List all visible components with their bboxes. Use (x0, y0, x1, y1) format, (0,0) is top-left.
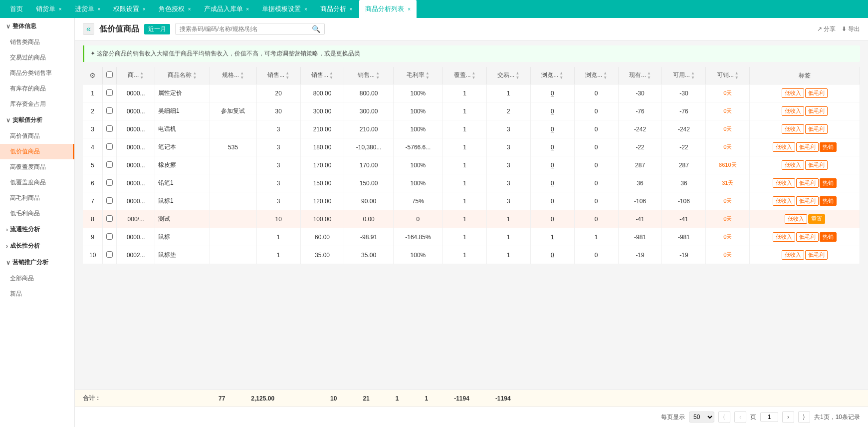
sidebar-item-商品分类销售率[interactable]: 商品分类销售率 (0, 65, 74, 81)
sidebar-item-有库存的商品[interactable]: 有库存的商品 (0, 81, 74, 96)
sidebar-item-低毛利商品[interactable]: 低毛利商品 (0, 206, 74, 221)
col-header-margin[interactable]: 毛利率▲▼ (393, 67, 442, 84)
row-views1[interactable]: 0 (530, 192, 574, 210)
col-header-profit[interactable]: 销售...▲▼ (344, 67, 393, 84)
sidebar-item-低价值商品[interactable]: 低价值商品 (0, 144, 74, 159)
row-views1[interactable]: 0 (530, 210, 574, 228)
nav-item-单据模板设置[interactable]: 单据模板设置 × (256, 0, 313, 18)
row-checkbox[interactable] (103, 210, 117, 228)
col-header-views2[interactable]: 浏览...▲▼ (574, 67, 618, 84)
nav-item-商品分析列表[interactable]: 商品分析列表 × (359, 0, 417, 18)
nav-close-icon[interactable]: × (96, 6, 101, 12)
row-views1[interactable]: 0 (530, 138, 574, 156)
select-all-checkbox[interactable] (106, 71, 113, 78)
sidebar-item-高覆盖度商品[interactable]: 高覆盖度商品 (0, 159, 74, 175)
row-coverage: 1 (443, 192, 487, 210)
sidebar-group-整体信息[interactable]: ∨整体信息 (0, 18, 74, 34)
sidebar-item-高毛利商品[interactable]: 高毛利商品 (0, 190, 74, 206)
nav-close-icon[interactable]: × (245, 6, 249, 12)
search-input[interactable] (180, 25, 309, 32)
row-views1[interactable]: 1 (530, 228, 574, 246)
row-views1[interactable]: 0 (530, 246, 574, 264)
sidebar-item-库存资金占用[interactable]: 库存资金占用 (0, 96, 74, 112)
col-header-coverage[interactable]: 覆盖...▲▼ (443, 67, 487, 84)
nav-item-角色授权[interactable]: 角色授权 × (153, 0, 197, 18)
row-name: 属性定价 (155, 84, 210, 102)
nav-item-销货单[interactable]: 销货单 × (30, 0, 68, 18)
row-views1[interactable]: 0 (530, 102, 574, 120)
views1-value[interactable]: 0 (551, 252, 554, 259)
sidebar-group-营销推广分析[interactable]: ∨营销推广分析 (0, 254, 74, 271)
search-box[interactable]: 🔍 (175, 23, 325, 35)
nav-item-产成品入库单[interactable]: 产成品入库单 × (198, 0, 255, 18)
row-checkbox[interactable] (103, 156, 117, 174)
sidebar-item-交易过的商品[interactable]: 交易过的商品 (0, 50, 74, 65)
row-views1[interactable]: 0 (530, 84, 574, 102)
views1-value[interactable]: 0 (551, 162, 554, 169)
col-header-current[interactable]: 现有...▲▼ (618, 67, 662, 84)
views1-value[interactable]: 0 (551, 90, 554, 97)
sidebar-item-高价值商品[interactable]: 高价值商品 (0, 128, 74, 144)
row-checkbox[interactable] (103, 84, 117, 102)
first-page-button[interactable]: ⟨ (718, 411, 730, 423)
table-wrapper: ⚙商...▲▼商品名称▲▼规格...▲▼销售...▲▼销售...▲▼销售...▲… (75, 67, 868, 390)
col-header-code[interactable]: 商...▲▼ (117, 67, 155, 84)
sidebar-item-销售类商品[interactable]: 销售类商品 (0, 34, 74, 50)
per-page-select[interactable]: 50 20 100 (689, 412, 714, 423)
prev-page-button[interactable]: ‹ (734, 411, 746, 423)
col-header-amount[interactable]: 销售...▲▼ (300, 67, 344, 84)
row-views1[interactable]: 0 (530, 174, 574, 192)
nav-close-icon[interactable]: × (141, 6, 146, 12)
col-header-views1[interactable]: 浏览...▲▼ (530, 67, 574, 84)
filter-tag[interactable]: 近一月 (144, 24, 170, 34)
sidebar-group-流通性分析[interactable]: ›流通性分析 (0, 221, 74, 238)
sidebar-item-低覆盖度商品[interactable]: 低覆盖度商品 (0, 175, 74, 190)
nav-item-权限设置[interactable]: 权限设置 × (107, 0, 152, 18)
views1-value[interactable]: 0 (551, 126, 554, 133)
nav-item-进货单[interactable]: 进货单 × (69, 0, 107, 18)
col-header-sellable[interactable]: 可销...▲▼ (706, 67, 750, 84)
nav-close-icon[interactable]: × (406, 6, 411, 12)
settings-icon[interactable]: ⚙ (89, 71, 96, 79)
views1-value[interactable]: 0 (551, 198, 554, 205)
row-checkbox[interactable] (103, 138, 117, 156)
nav-close-icon[interactable]: × (187, 6, 191, 12)
last-page-button[interactable]: ⟩ (798, 411, 810, 423)
nav-item-商品分析[interactable]: 商品分析 × (314, 0, 359, 18)
col-header-name[interactable]: 商品名称▲▼ (155, 67, 210, 84)
col-header-available[interactable]: 可用...▲▼ (662, 67, 706, 84)
page-number-input[interactable] (760, 412, 778, 422)
nav-close-icon[interactable]: × (303, 6, 307, 12)
nav-close-icon[interactable]: × (57, 6, 62, 12)
col-header-qty[interactable]: 销售...▲▼ (256, 67, 300, 84)
share-button[interactable]: ↗ 分享 (817, 25, 836, 33)
row-checkbox[interactable] (103, 192, 117, 210)
sidebar-group-成长性分析[interactable]: ›成长性分析 (0, 238, 74, 254)
row-checkbox[interactable] (103, 174, 117, 192)
row-qty: 3 (256, 156, 300, 174)
nav-close-icon[interactable]: × (348, 6, 353, 12)
collapse-sidebar-button[interactable]: « (83, 23, 94, 35)
nav-item-首页[interactable]: 首页 (4, 0, 29, 18)
views1-value[interactable]: 0 (551, 180, 554, 187)
views1-value[interactable]: 0 (551, 144, 554, 151)
tag-badge: 低收入 (773, 232, 795, 242)
views1-value[interactable]: 0 (551, 108, 554, 115)
views1-value[interactable]: 1 (551, 234, 554, 241)
row-views1[interactable]: 0 (530, 156, 574, 174)
col-header-trades[interactable]: 交易...▲▼ (486, 67, 530, 84)
col-header-spec[interactable]: 规格...▲▼ (210, 67, 256, 84)
row-checkbox[interactable] (103, 102, 117, 120)
sidebar-group-贡献值分析[interactable]: ∨贡献值分析 (0, 112, 74, 128)
row-checkbox[interactable] (103, 246, 117, 264)
days-badge: 0天 (723, 234, 732, 240)
export-button[interactable]: ⬇ 导出 (842, 25, 860, 33)
row-checkbox[interactable] (103, 228, 117, 246)
row-checkbox[interactable] (103, 120, 117, 138)
sidebar-item-新品[interactable]: 新品 (0, 286, 74, 302)
row-code: 0000... (117, 102, 155, 120)
row-views1[interactable]: 0 (530, 120, 574, 138)
sidebar-item-全部商品[interactable]: 全部商品 (0, 271, 74, 286)
next-page-button[interactable]: › (782, 411, 794, 423)
views1-value[interactable]: 0 (551, 216, 554, 223)
